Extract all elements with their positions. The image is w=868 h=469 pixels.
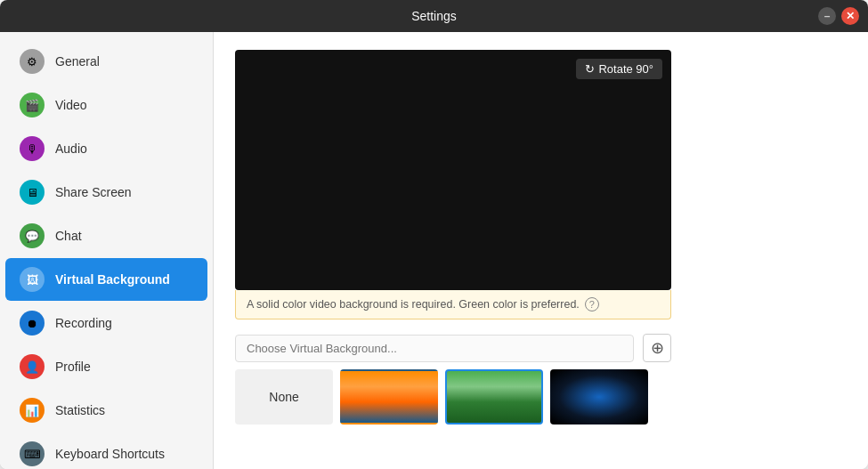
virtual-background-icon: 🖼 [20,267,45,292]
sidebar-label-statistics: Statistics [55,403,105,417]
share-screen-icon: 🖥 [20,180,45,205]
sidebar-label-general: General [55,54,100,69]
sidebar-label-share-screen: Share Screen [55,185,132,199]
notice-bar: A solid color video background is requir… [235,290,671,319]
bg-thumb-golden-gate[interactable] [340,369,438,425]
settings-window: Settings – ✕ ⚙General🎬Video🎙Audio🖥Share … [0,0,868,469]
add-icon: ⊕ [651,338,664,358]
profile-icon: 👤 [20,354,45,379]
chat-icon: 💬 [20,223,45,248]
audio-icon: 🎙 [20,136,45,161]
sidebar-item-keyboard-shortcuts[interactable]: ⌨Keyboard Shortcuts [5,433,207,469]
titlebar: Settings – ✕ [0,0,868,32]
sidebar-label-keyboard-shortcuts: Keyboard Shortcuts [55,447,165,461]
minimize-button[interactable]: – [818,7,836,25]
sidebar: ⚙General🎬Video🎙Audio🖥Share Screen💬Chat🖼V… [0,32,214,469]
add-background-button[interactable]: ⊕ [643,334,671,362]
sidebar-item-share-screen[interactable]: 🖥Share Screen [5,171,207,214]
sidebar-item-virtual-background[interactable]: 🖼Virtual Background [5,258,207,301]
general-icon: ⚙ [20,49,45,74]
sidebar-label-virtual-background: Virtual Background [55,272,170,287]
keyboard-shortcuts-icon: ⌨ [20,441,45,466]
video-icon: 🎬 [20,93,45,117]
statistics-icon: 📊 [20,398,45,423]
titlebar-controls: – ✕ [818,7,859,25]
sidebar-label-recording: Recording [55,316,112,330]
window-title: Settings [411,9,457,23]
sidebar-label-chat: Chat [55,229,82,243]
video-preview: ↻ Rotate 90° [235,50,671,290]
sidebar-item-profile[interactable]: 👤Profile [5,345,207,388]
notice-text: A solid color video background is requir… [247,298,580,311]
recording-icon: ⏺ [20,311,45,336]
content-area: ⚙General🎬Video🎙Audio🖥Share Screen💬Chat🖼V… [0,32,868,469]
help-icon[interactable]: ? [585,297,599,311]
bg-thumbnails: None [235,369,671,425]
close-button[interactable]: ✕ [841,7,859,25]
sidebar-item-audio[interactable]: 🎙Audio [5,127,207,170]
none-label: None [269,390,298,404]
sidebar-item-chat[interactable]: 💬Chat [5,214,207,257]
sidebar-item-general[interactable]: ⚙General [5,40,207,83]
sidebar-item-statistics[interactable]: 📊Statistics [5,389,207,432]
sidebar-item-video[interactable]: 🎬Video [5,84,207,126]
rotate-label: Rotate 90° [598,62,653,76]
bg-chooser-row: ⊕ [235,334,671,362]
main-content: ↻ Rotate 90° A solid color video backgro… [214,32,868,469]
sidebar-item-recording[interactable]: ⏺Recording [5,302,207,344]
sidebar-label-profile: Profile [55,360,91,374]
rotate-button[interactable]: ↻ Rotate 90° [576,59,662,79]
sidebar-label-video: Video [55,98,87,112]
rotate-icon: ↻ [585,62,595,76]
bg-chooser-input[interactable] [235,335,634,362]
bg-thumb-none[interactable]: None [235,369,333,425]
bg-thumb-space[interactable] [550,369,648,425]
bg-thumb-grass[interactable] [445,369,543,425]
sidebar-label-audio: Audio [55,142,87,156]
